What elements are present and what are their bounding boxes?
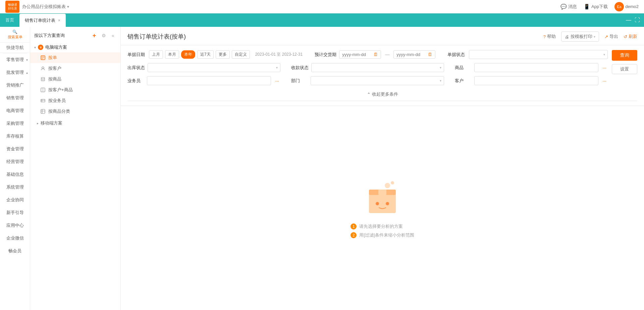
sidebar-item-finance[interactable]: 资金管理	[0, 143, 30, 155]
tip-text-1: 请先选择要分析的方案	[359, 223, 403, 229]
main-layout: 🔍 搜索菜单 快捷导航 零售管理 ▾ 批发管理 ▴ 营销推广 销售管理 电商管理…	[0, 27, 644, 310]
expected-date-to-input[interactable]	[396, 52, 427, 57]
sidebar-item-apps[interactable]: 应用中心	[0, 219, 30, 232]
customer-ellipsis-btn[interactable]: ···	[601, 78, 608, 84]
sidebar-item-inventory[interactable]: 库存核算	[0, 130, 30, 143]
message-action[interactable]: 💬 消息	[560, 4, 577, 10]
tip-num-2: 2	[351, 232, 357, 238]
scheme-panel-title: 按以下方案查询	[34, 33, 65, 39]
scheme-item-by-customer[interactable]: 按客户	[30, 63, 120, 74]
date-range-text: 2023-01-01 至 2023-12-31	[255, 52, 303, 57]
tab-sales-stats[interactable]: 销售订单统计表 ×	[19, 14, 66, 27]
sidebar-label-retail: 零售管理	[6, 57, 24, 63]
status-select[interactable]	[469, 50, 608, 59]
scheme-collapse-btn[interactable]: «	[110, 32, 116, 39]
scheme-group-pc-label: 电脑端方案	[45, 44, 67, 50]
sidebar-item-purchase[interactable]: 采购管理	[0, 117, 30, 130]
sidebar-item-retail[interactable]: 零售管理 ▾	[0, 53, 30, 66]
refresh-btn[interactable]: ↺ 刷新	[624, 34, 637, 40]
sidebar-quick-nav[interactable]: 快捷导航	[0, 43, 30, 53]
scheme-add-btn[interactable]: +	[91, 32, 98, 39]
scheme-item-product-label: 按商品	[48, 76, 61, 82]
sidebar-item-ecom[interactable]: 电商管理	[0, 104, 30, 117]
date-btn-this-month[interactable]: 本月	[165, 50, 179, 59]
date-btn-this-year[interactable]: 本年	[181, 50, 195, 59]
filter-col-customer: 客户 ···	[455, 76, 608, 85]
scheme-item-by-product[interactable]: 按商品	[30, 74, 120, 85]
sidebar-item-base[interactable]: 基础信息	[0, 168, 30, 181]
expected-date-to-wrap: 🗓	[393, 50, 435, 59]
sidebar-item-wechat[interactable]: 企业微信	[0, 232, 30, 245]
by-salesman-icon	[40, 98, 46, 103]
date-btn-last-7days[interactable]: 近7天	[197, 50, 214, 59]
tab-maximize-icon[interactable]: ⛶	[635, 17, 640, 23]
dept-select[interactable]	[311, 76, 444, 85]
sidebar: 🔍 搜索菜单 快捷导航 零售管理 ▾ 批发管理 ▴ 营销推广 销售管理 电商管理…	[0, 27, 30, 310]
by-product-icon	[40, 76, 46, 82]
date-btn-last-month[interactable]: 上月	[149, 50, 163, 59]
date-button-group: 上月 本月 本年 近7天 更多 自定义	[149, 50, 250, 59]
sidebar-item-wholesale[interactable]: 批发管理 ▴	[0, 66, 30, 79]
filter-area: 单据日期 上月 本月 本年 近7天 更多 自定义 2023	[121, 45, 644, 106]
tab-minimize-icon[interactable]: ―	[626, 17, 631, 23]
pay-status-select[interactable]	[311, 63, 444, 72]
product-input[interactable]	[474, 63, 598, 72]
date-btn-custom[interactable]: 自定义	[232, 50, 250, 59]
page-actions: ? 帮助 🖨 按模板打印 ▾ ↗ 导出 ↺ 刷新	[543, 32, 637, 42]
empty-state: 1 请先选择要分析的方案 2 用[过滤]条件来缩小分析范围	[121, 106, 644, 310]
sidebar-item-system[interactable]: 系统管理	[0, 181, 30, 194]
out-status-select[interactable]	[148, 63, 280, 72]
svg-rect-13	[41, 109, 45, 113]
scheme-item-by-customer-product[interactable]: 按客户+商品	[30, 85, 120, 95]
sidebar-item-newbie[interactable]: 新手引导	[0, 206, 30, 219]
template-print-btn[interactable]: 🖨 按模板打印 ▾	[561, 32, 599, 42]
customer-input[interactable]	[474, 76, 598, 85]
app-download-action[interactable]: 📱 App下载	[584, 4, 608, 10]
refresh-label: 刷新	[629, 34, 637, 40]
scheme-item-by-category[interactable]: 按商品分类	[30, 106, 120, 117]
app-title-dropdown[interactable]: 办公用品行业模拟账表 ▾	[22, 4, 69, 10]
salesman-input[interactable]	[147, 76, 271, 85]
filter-col-product: 商品 ···	[455, 63, 608, 72]
top-bar: 畅捷通好生意 办公用品行业模拟账表 ▾ 💬 消息 📱 App下载 Ea demo…	[0, 0, 644, 13]
scheme-panel: 按以下方案查询 + ⚙ « ▾ 🖥 电脑端方案	[30, 27, 121, 310]
user-action[interactable]: Ea demo2	[614, 2, 639, 11]
expected-date-to-cal-icon[interactable]: 🗓	[428, 52, 432, 57]
scheme-item-by-order[interactable]: 按单	[30, 52, 120, 63]
collapse-btn[interactable]: ⌃ 收起更多条件	[367, 91, 398, 97]
sidebar-item-member[interactable]: 畅会员	[0, 245, 30, 257]
scheme-settings-btn[interactable]: ⚙	[100, 32, 107, 39]
sidebar-arrow-wholesale: ▴	[26, 71, 28, 74]
product-ellipsis-btn[interactable]: ···	[601, 65, 608, 70]
filter-section-expected-date: 预计交货期 🗓 — 🗓	[315, 50, 435, 59]
tab-close-icon[interactable]: ×	[58, 18, 60, 23]
salesman-ellipsis-btn[interactable]: ···	[274, 78, 280, 84]
help-icon: ?	[543, 34, 546, 39]
filter-col-pay-status: 收款状态 ▾	[291, 63, 444, 72]
scheme-panel-header: 按以下方案查询 + ⚙ «	[30, 30, 120, 42]
tip-text-2: 用[过滤]条件来缩小分析范围	[359, 232, 414, 238]
tab-bar: 首页 销售订单统计表 × ― ⛶	[0, 13, 644, 27]
sidebar-item-corp[interactable]: 企业协同	[0, 194, 30, 206]
query-btn[interactable]: 查询	[612, 50, 637, 61]
sidebar-search[interactable]: 🔍 搜索菜单	[0, 27, 30, 43]
expected-date-from-cal-icon[interactable]: 🗓	[374, 52, 378, 57]
scheme-group-pc-icon: 🖥	[38, 45, 43, 50]
scheme-group-mobile-title[interactable]: ▸ 移动端方案	[30, 118, 120, 128]
help-btn[interactable]: ? 帮助	[543, 34, 556, 40]
tab-home[interactable]: 首页	[0, 13, 19, 27]
export-btn[interactable]: ↗ 导出	[604, 34, 618, 40]
expected-date-from-input[interactable]	[342, 52, 372, 57]
logo: 畅捷通好生意	[5, 1, 19, 13]
sidebar-item-sales[interactable]: 销售管理	[0, 92, 30, 104]
sidebar-label-wholesale: 批发管理	[6, 69, 24, 75]
svg-point-22	[391, 181, 394, 185]
date-btn-more[interactable]: 更多	[216, 50, 230, 59]
sidebar-item-marketing[interactable]: 营销推广	[0, 79, 30, 92]
settings-btn[interactable]: 设置	[612, 64, 637, 74]
sidebar-item-operation[interactable]: 经营管理	[0, 155, 30, 168]
right-content: 销售订单统计表(按单) ? 帮助 🖨 按模板打印 ▾ ↗ 导出	[121, 27, 644, 310]
scheme-group-pc-title[interactable]: ▾ 🖥 电脑端方案	[30, 42, 120, 52]
scheme-item-by-salesman[interactable]: 按业务员	[30, 95, 120, 106]
by-customer-icon	[40, 66, 46, 71]
